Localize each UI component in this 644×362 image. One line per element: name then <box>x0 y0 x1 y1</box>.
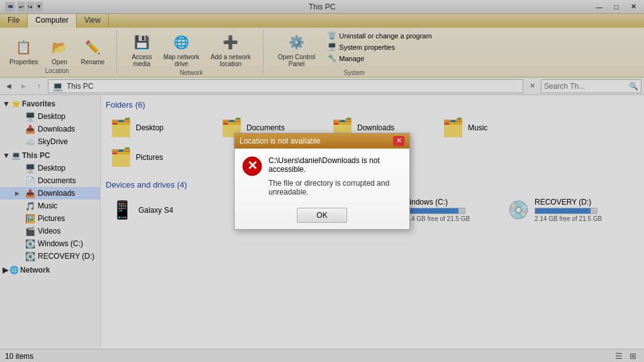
error-icon: ✕ <box>242 156 262 181</box>
dialog-body: ✕ C:\Users\daniel\Downloads is not acces… <box>235 149 409 204</box>
error-dialog: Location is not available ✕ ✕ C:\Users\d… <box>234 133 410 230</box>
dialog-footer: OK <box>235 204 409 229</box>
dialog-close-button[interactable]: ✕ <box>393 136 404 146</box>
dialog-ok-button[interactable]: OK <box>297 208 347 223</box>
svg-text:✕: ✕ <box>247 159 258 173</box>
dialog-message1: C:\Users\daniel\Downloads is not accessi… <box>269 156 402 174</box>
dialog-overlay: Location is not available ✕ ✕ C:\Users\d… <box>0 0 644 362</box>
dialog-title-text: Location is not available <box>240 137 320 145</box>
dialog-message2: The file or directory is corrupted and u… <box>269 179 402 196</box>
dialog-title-bar: Location is not available ✕ <box>235 133 409 149</box>
dialog-text: C:\Users\daniel\Downloads is not accessi… <box>269 156 402 196</box>
